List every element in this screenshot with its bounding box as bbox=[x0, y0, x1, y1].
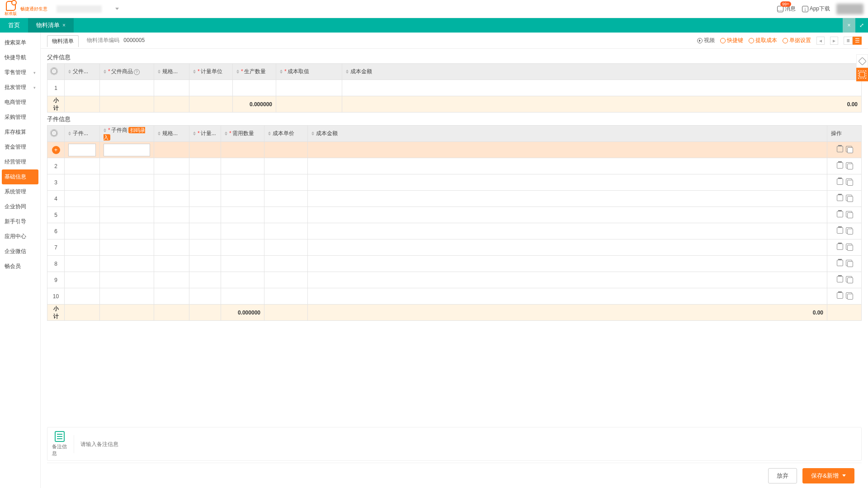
child-row[interactable]: 2 bbox=[47, 158, 862, 174]
app-download-button[interactable]: ↓ App下载 bbox=[802, 5, 830, 13]
child-gear-header[interactable] bbox=[47, 126, 65, 142]
copy-row-button[interactable] bbox=[846, 195, 852, 201]
sidebar-item-5[interactable]: 采购管理 bbox=[0, 110, 40, 125]
child-row[interactable]: 10 bbox=[47, 288, 862, 305]
child-row[interactable]: 3 bbox=[47, 174, 862, 191]
child-product-input[interactable] bbox=[104, 144, 150, 156]
save-and-new-button[interactable]: 保存&新增 bbox=[802, 468, 854, 483]
col-parent-qty[interactable]: *生产数量 bbox=[233, 64, 276, 80]
prev-button[interactable]: ◂ bbox=[816, 37, 825, 45]
sidebar-item-10[interactable]: 系统管理 bbox=[0, 184, 40, 199]
col-parent-unit[interactable]: *计量单位 bbox=[189, 64, 233, 80]
remark-input[interactable] bbox=[80, 441, 857, 447]
sidebar-item-9[interactable]: 基础信息 bbox=[2, 169, 38, 184]
subtab-bom[interactable]: 物料清单 bbox=[47, 35, 79, 47]
sidebar-item-3[interactable]: 批发管理▾ bbox=[0, 80, 40, 95]
rail-edit-button[interactable] bbox=[856, 54, 868, 68]
col-child-price[interactable]: 成本单价 bbox=[264, 126, 308, 142]
delete-row-button[interactable] bbox=[837, 292, 843, 299]
doc-setting-link[interactable]: 单据设置 bbox=[783, 37, 811, 44]
tab-home[interactable]: 首页 bbox=[0, 18, 28, 33]
sidebar-item-14[interactable]: 企业微信 bbox=[0, 244, 40, 259]
save-label: 保存&新增 bbox=[811, 472, 839, 480]
delete-row-button[interactable] bbox=[837, 195, 843, 201]
sidebar-item-13[interactable]: 应用中心 bbox=[0, 229, 40, 244]
delete-row-button[interactable] bbox=[837, 178, 843, 185]
tabstrip-expand-button[interactable]: ⤢ bbox=[855, 18, 868, 33]
child-row[interactable]: 8 bbox=[47, 256, 862, 272]
copy-row-button[interactable] bbox=[846, 178, 852, 185]
extract-cost-link[interactable]: 提取成本 bbox=[749, 37, 777, 44]
child-row[interactable]: 5 bbox=[47, 207, 862, 223]
tabstrip-close-button[interactable]: × bbox=[843, 18, 855, 33]
delete-row-button[interactable] bbox=[837, 276, 843, 282]
discard-button[interactable]: 放弃 bbox=[768, 468, 797, 483]
col-child-code[interactable]: 子件... bbox=[65, 126, 100, 142]
sidebar-item-6[interactable]: 库存核算 bbox=[0, 125, 40, 140]
col-child-amount[interactable]: 成本金额 bbox=[308, 126, 827, 142]
tab-bom[interactable]: 物料清单 × bbox=[28, 18, 74, 33]
sidebar-item-4[interactable]: 电商管理 bbox=[0, 95, 40, 110]
delete-row-button[interactable] bbox=[837, 260, 843, 266]
delete-row-button[interactable] bbox=[837, 211, 843, 217]
sidebar-item-11[interactable]: 企业协同 bbox=[0, 199, 40, 214]
col-parent-value[interactable]: *成本取值 bbox=[276, 64, 342, 80]
delete-row-button[interactable] bbox=[837, 227, 843, 234]
rail-expand-button[interactable] bbox=[856, 68, 868, 81]
org-selector[interactable] bbox=[57, 5, 119, 13]
copy-row-button[interactable] bbox=[846, 260, 852, 266]
messages-button[interactable]: … 消息 99+ bbox=[777, 5, 796, 13]
sidebar-item-1[interactable]: 快捷导航 bbox=[0, 50, 40, 65]
child-row[interactable]: + bbox=[47, 142, 862, 158]
remark-label: 备注信息 bbox=[52, 443, 67, 457]
child-row[interactable]: 6 bbox=[47, 223, 862, 239]
sidebar-item-12[interactable]: 新手引导 bbox=[0, 214, 40, 229]
view-form-button[interactable]: ☰ bbox=[853, 37, 862, 45]
col-child-qty-label: 需用数量 bbox=[232, 130, 254, 136]
sidebar-item-8[interactable]: 经营管理 bbox=[0, 155, 40, 169]
close-icon[interactable]: × bbox=[62, 22, 66, 28]
sidebar-item-0[interactable]: 搜索菜单 bbox=[0, 35, 40, 50]
child-code-input[interactable] bbox=[68, 144, 96, 156]
col-parent-code[interactable]: 父件... bbox=[65, 64, 100, 80]
sidebar-item-label: 新手引导 bbox=[5, 218, 26, 225]
shortcut-link[interactable]: 快捷键 bbox=[720, 37, 743, 44]
col-child-qty[interactable]: *需用数量 bbox=[221, 126, 264, 142]
next-button[interactable]: ▸ bbox=[830, 37, 838, 45]
col-parent-amount[interactable]: 成本金额 bbox=[342, 64, 862, 80]
gear-icon bbox=[51, 68, 57, 74]
copy-row-button[interactable] bbox=[846, 244, 852, 250]
view-list-button[interactable]: ≡ bbox=[844, 37, 853, 45]
sidebar-item-15[interactable]: 畅会员 bbox=[0, 259, 40, 274]
parent-row[interactable]: 1 bbox=[47, 80, 862, 96]
copy-row-button[interactable] bbox=[846, 211, 852, 217]
child-row[interactable]: 9 bbox=[47, 272, 862, 288]
avatar[interactable] bbox=[836, 4, 863, 14]
copy-row-button[interactable] bbox=[846, 227, 852, 234]
parent-gear-header[interactable] bbox=[47, 64, 65, 80]
add-row-button[interactable]: + bbox=[52, 146, 60, 154]
video-link[interactable]: 视频 bbox=[697, 37, 715, 44]
row-number: 7 bbox=[47, 239, 65, 256]
col-child-unit[interactable]: *计量... bbox=[189, 126, 221, 142]
copy-row-button[interactable] bbox=[846, 162, 852, 169]
sidebar-item-2[interactable]: 零售管理▾ bbox=[0, 65, 40, 80]
delete-row-button[interactable] bbox=[837, 162, 843, 169]
view-toggle: ≡ ☰ bbox=[844, 37, 862, 45]
copy-row-button[interactable] bbox=[846, 276, 852, 282]
child-row[interactable]: 4 bbox=[47, 191, 862, 207]
child-row[interactable]: 7 bbox=[47, 239, 862, 256]
topbar: 标准版 畅捷通好生意 … 消息 99+ ↓ App下载 bbox=[0, 0, 868, 18]
help-icon[interactable]: ? bbox=[134, 69, 140, 75]
copy-row-button[interactable] bbox=[846, 146, 852, 152]
col-child-product[interactable]: *子件商扫码录入 bbox=[100, 126, 154, 142]
chevron-down-icon bbox=[842, 474, 846, 477]
delete-row-button[interactable] bbox=[837, 146, 843, 152]
col-child-spec[interactable]: 规格... bbox=[154, 126, 189, 142]
col-parent-product[interactable]: *父件商品? bbox=[100, 64, 154, 80]
delete-row-button[interactable] bbox=[837, 244, 843, 250]
child-qty-sum: 0.000000 bbox=[221, 305, 264, 321]
copy-row-button[interactable] bbox=[846, 292, 852, 299]
sidebar-item-7[interactable]: 资金管理 bbox=[0, 140, 40, 155]
col-parent-spec[interactable]: 规格... bbox=[154, 64, 189, 80]
